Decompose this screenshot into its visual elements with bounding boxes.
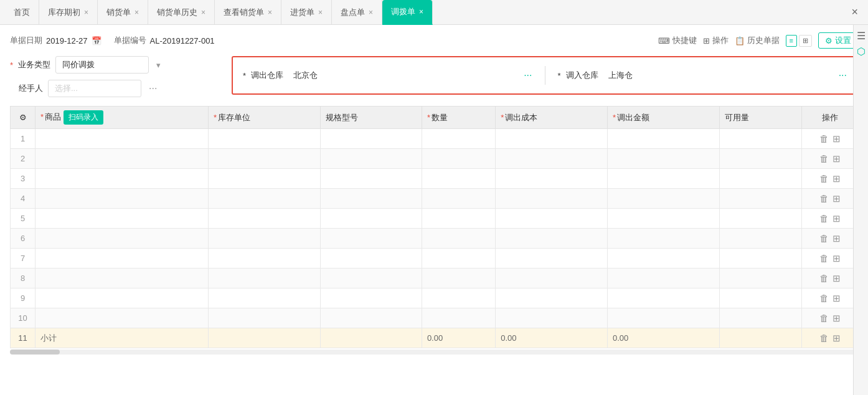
copy-icon[interactable]: ⊞ [833,333,841,344]
cell-spec[interactable] [320,169,422,189]
cell-product[interactable] [35,249,209,269]
transfer-out-value[interactable]: 北京仓 [293,70,318,81]
delete-icon[interactable]: 🗑 [819,253,829,264]
cell-unit[interactable] [209,209,321,229]
cell-cost[interactable] [496,169,608,189]
delete-icon[interactable]: 🗑 [819,213,829,224]
cell-unit[interactable] [209,288,321,308]
delete-icon[interactable]: 🗑 [819,233,829,244]
cell-cost[interactable] [496,189,608,209]
cell-spec[interactable] [320,229,422,249]
copy-icon[interactable]: ⊞ [833,313,841,324]
copy-icon[interactable]: ⊞ [833,193,841,204]
cell-qty[interactable] [422,149,495,169]
delete-icon[interactable]: 🗑 [819,313,829,323]
cell-cost[interactable] [496,229,608,249]
cell-qty[interactable] [422,308,495,328]
cell-available[interactable] [719,129,801,149]
gear-icon-th[interactable]: ⚙ [19,113,27,122]
tab-purchase[interactable]: 进货单 × [281,0,332,25]
delete-icon[interactable]: 🗑 [819,173,829,184]
cell-unit[interactable] [209,189,321,209]
copy-icon[interactable]: ⊞ [833,153,841,164]
tab-close-sales-history[interactable]: × [201,8,205,17]
cell-available[interactable] [719,169,801,189]
horizontal-scrollbar[interactable] [10,350,858,355]
cell-unit[interactable] [209,249,321,269]
tab-home[interactable]: 首页 [5,0,39,25]
transfer-in-value[interactable]: 上海仓 [608,70,633,81]
history-button[interactable]: 📋 历史单据 [735,35,780,46]
cell-product[interactable] [35,129,209,149]
cell-cost[interactable] [496,269,608,288]
cell-unit[interactable] [209,129,321,149]
transfer-in-more-icon[interactable]: ··· [839,70,847,81]
sidebar-list-icon[interactable]: ☰ [857,30,866,42]
cell-amount[interactable] [607,308,719,328]
handler-placeholder[interactable]: 选择... [48,80,141,97]
cell-product[interactable] [35,189,209,209]
view-grid-button[interactable]: ⊞ [799,35,812,47]
cell-qty[interactable] [422,209,495,229]
cell-cost[interactable] [496,288,608,308]
settings-button[interactable]: ⚙ 设置 [818,32,858,49]
cell-spec[interactable] [320,209,422,229]
cell-available[interactable] [719,189,801,209]
cell-spec[interactable] [320,269,422,288]
cell-product[interactable] [35,229,209,249]
cell-unit[interactable] [209,269,321,288]
copy-icon[interactable]: ⊞ [833,293,841,304]
sidebar-expand-icon[interactable]: ⬡ [857,45,866,57]
copy-icon[interactable]: ⊞ [833,253,841,264]
cell-spec[interactable] [320,129,422,149]
cell-cost[interactable] [496,308,608,328]
cell-spec[interactable] [320,149,422,169]
shortcut-button[interactable]: ⌨ 快捷键 [658,35,697,46]
delete-icon[interactable]: 🗑 [819,133,829,144]
cell-product[interactable] [35,288,209,308]
operate-button[interactable]: ⊞ 操作 [703,35,729,46]
cell-spec[interactable] [320,308,422,328]
cell-spec[interactable] [320,189,422,209]
calendar-icon[interactable]: 📅 [92,36,101,45]
cell-amount[interactable] [607,169,719,189]
cell-cost[interactable] [496,209,608,229]
cell-unit[interactable] [209,149,321,169]
tab-close-purchase[interactable]: × [318,8,323,17]
cell-qty[interactable] [422,249,495,269]
cell-product[interactable] [35,269,209,288]
cell-amount[interactable] [607,189,719,209]
delete-icon[interactable]: 🗑 [819,193,829,204]
cell-amount[interactable] [607,209,719,229]
transfer-out-more-icon[interactable]: ··· [524,70,532,81]
cell-amount[interactable] [607,249,719,269]
cell-product[interactable] [35,308,209,328]
cell-available[interactable] [719,249,801,269]
delete-icon[interactable]: 🗑 [819,153,829,164]
tab-inventory-check[interactable]: 盘点单 × [332,0,382,25]
tab-sales-order[interactable]: 销货单 × [98,0,148,25]
cell-amount[interactable] [607,269,719,288]
cell-cost[interactable] [496,249,608,269]
cell-unit[interactable] [209,229,321,249]
cell-cost[interactable] [496,149,608,169]
cell-unit[interactable] [209,308,321,328]
cell-spec[interactable] [320,249,422,269]
cell-available[interactable] [719,269,801,288]
business-type-value[interactable]: 同价调拨 [55,56,149,74]
delete-icon[interactable]: 🗑 [819,333,829,343]
window-close-button[interactable]: × [846,6,863,19]
th-gear[interactable]: ⚙ [11,107,35,129]
view-list-button[interactable]: ≡ [786,35,797,47]
copy-icon[interactable]: ⊞ [833,273,841,284]
cell-qty[interactable] [422,288,495,308]
delete-icon[interactable]: 🗑 [819,273,829,283]
cell-amount[interactable] [607,229,719,249]
scroll-thumb[interactable] [10,350,60,355]
cell-available[interactable] [719,288,801,308]
cell-amount[interactable] [607,288,719,308]
tab-view-sales[interactable]: 查看销货单 × [215,0,281,25]
cell-qty[interactable] [422,229,495,249]
tab-close-inventory-check[interactable]: × [369,8,373,17]
tab-sales-history[interactable]: 销货单历史 × [148,0,215,25]
